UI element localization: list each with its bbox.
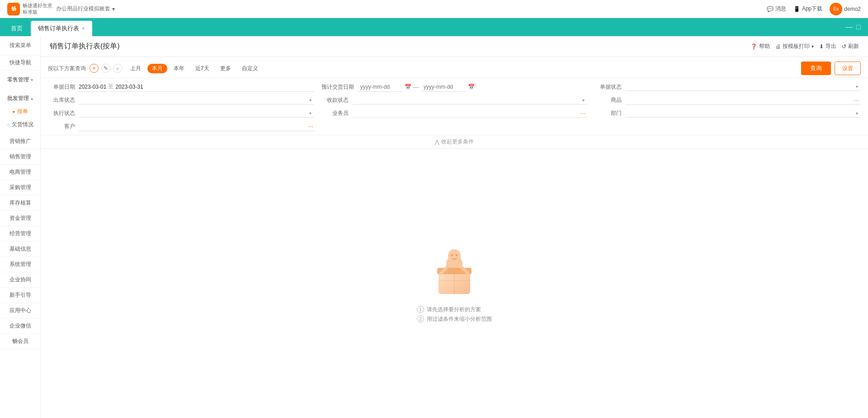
bill-date-start: 2023-03-01 xyxy=(79,84,106,90)
query-button[interactable]: 查询 xyxy=(801,62,831,75)
collapse-label: 收起更多条件 xyxy=(441,138,474,146)
breadcrumb-arrow-icon[interactable]: ▾ xyxy=(112,6,115,12)
sidebar-item-wechat[interactable]: 企业微信 xyxy=(0,318,40,334)
tab-window-actions: — □ xyxy=(845,18,864,36)
salesperson-input-area: ··· xyxy=(352,109,588,118)
calendar-end-icon[interactable]: 📅 xyxy=(468,84,475,90)
scheme-this-year[interactable]: 本年 xyxy=(169,64,189,73)
exec-status-select[interactable]: ▾ xyxy=(79,109,314,118)
sidebar-item-finance[interactable]: 资金管理 xyxy=(0,211,40,226)
sidebar-retail-label: 零售管理 xyxy=(7,76,29,84)
bill-status-label: 单据状态 xyxy=(594,83,622,91)
main-layout: 搜索菜单 快捷导航 零售管理 ▾ 批发管理 ▴ ● 按单 ○ 欠货情况 营销推广… xyxy=(0,36,868,418)
sidebar-item-marketing[interactable]: 营销推广 xyxy=(0,134,40,149)
empty-step-1: 1 请先选择要分析的方案 xyxy=(417,306,492,314)
svg-point-2 xyxy=(451,254,453,256)
out-status-dropdown-icon: ▾ xyxy=(309,98,311,103)
logo: 畅 畅捷通好生意 标准版 xyxy=(7,3,52,15)
scheme-query-label: 按以下方案查询 xyxy=(48,65,86,72)
maximize-button[interactable]: □ xyxy=(856,23,861,31)
goods-multi-select-icon[interactable]: ··· xyxy=(854,96,859,104)
scheme-label: 按单 xyxy=(17,108,28,115)
filter-dept: 部门 ▾ xyxy=(594,109,861,118)
print-dropdown-icon: ▾ xyxy=(811,44,814,49)
out-status-label: 出库状态 xyxy=(48,96,75,104)
tab-close-icon[interactable]: × xyxy=(82,25,85,32)
help-button[interactable]: ❓ 帮助 xyxy=(750,43,770,50)
bill-date-label: 单据日期 xyxy=(48,83,75,91)
sidebar-item-purchase[interactable]: 采购管理 xyxy=(0,180,40,195)
collapse-scheme-button[interactable]: « xyxy=(113,64,122,73)
refresh-button[interactable]: ↺ 刷新 xyxy=(842,43,859,50)
date-range-separator: — xyxy=(413,84,419,90)
sidebar-item-member[interactable]: 畅会员 xyxy=(0,334,40,349)
filter-bill-date: 单据日期 2023-03-01 至 2023-03-31 xyxy=(48,82,314,92)
calendar-start-icon[interactable]: 📅 xyxy=(405,84,411,90)
minimize-button[interactable]: — xyxy=(845,23,853,31)
empty-svg-icon xyxy=(427,244,481,299)
sidebar-item-inventory[interactable]: 库存核算 xyxy=(0,195,40,211)
sidebar-item-ecommerce[interactable]: 电商管理 xyxy=(0,165,40,180)
salesperson-multi-select-icon[interactable]: ··· xyxy=(580,109,586,117)
export-button[interactable]: ⬇ 导出 xyxy=(819,43,836,50)
sidebar-item-business[interactable]: 经营管理 xyxy=(0,226,40,242)
scheme-action-buttons: + ✎ « xyxy=(90,64,122,73)
refresh-label: 刷新 xyxy=(848,43,859,50)
customer-input-area: ··· xyxy=(79,122,315,131)
empty-steps: 1 请先选择要分析的方案 2 用过滤条件来缩小分析范围 xyxy=(417,306,492,323)
filter-customer: 客户 ··· xyxy=(48,122,315,131)
expected-date-end-input[interactable] xyxy=(421,82,466,92)
receipt-status-select[interactable]: ▾ xyxy=(352,96,588,104)
empty-illustration xyxy=(427,244,481,299)
query-action-buttons: 查询 设置 xyxy=(801,62,861,75)
refresh-icon: ↺ xyxy=(842,43,846,50)
empty-state: 1 请先选择要分析的方案 2 用过滤条件来缩小分析范围 xyxy=(41,149,868,418)
sidebar-retail-toggle[interactable]: 零售管理 ▾ xyxy=(0,73,40,86)
bill-status-select[interactable]: ▾ xyxy=(625,83,861,91)
breadcrumb: 办公用品行业模拟账套 ▾ xyxy=(56,5,115,13)
app-download-button[interactable]: 📱 App下载 xyxy=(793,5,822,13)
sidebar-section-retail: 零售管理 ▾ xyxy=(0,71,40,89)
sidebar-wholesale-label: 批发管理 xyxy=(7,95,29,102)
sidebar-item-quicknav[interactable]: 快捷导航 xyxy=(0,55,40,71)
scheme-last-7-days[interactable]: 近7天 xyxy=(191,64,214,73)
topbar-left: 畅 畅捷通好生意 标准版 办公用品行业模拟账套 ▾ xyxy=(7,3,115,15)
filter-row-3: 执行状态 ▾ 业务员 ··· 部门 xyxy=(48,109,861,118)
customer-multi-select-icon[interactable]: ··· xyxy=(308,123,314,130)
sidebar-item-sales[interactable]: 销售管理 xyxy=(0,149,40,165)
add-scheme-button[interactable]: + xyxy=(90,64,99,73)
logo-icon: 畅 xyxy=(7,3,20,15)
scheme-last-month[interactable]: 上月 xyxy=(126,64,146,73)
messages-button[interactable]: 💬 消息 xyxy=(767,5,786,13)
sidebar-item-scheme[interactable]: ● 按单 xyxy=(0,105,40,118)
sidebar-item-debt[interactable]: ○ 欠货情况 xyxy=(0,118,40,131)
sidebar-item-apps[interactable]: 应用中心 xyxy=(0,303,40,318)
print-icon: 🖨 xyxy=(775,43,781,50)
sidebar: 搜索菜单 快捷导航 零售管理 ▾ 批发管理 ▴ ● 按单 ○ 欠货情况 营销推广… xyxy=(0,36,41,418)
sidebar-item-basic[interactable]: 基础信息 xyxy=(0,242,40,257)
settings-button[interactable]: 设置 xyxy=(835,62,861,75)
filter-row-4: 客户 ··· xyxy=(48,122,861,131)
out-status-select[interactable]: ▾ xyxy=(79,96,314,104)
sidebar-item-enterprise[interactable]: 企业协同 xyxy=(0,272,40,288)
collapse-icon: ⋀ xyxy=(435,139,439,145)
tab-sales-order[interactable]: 销售订单执行表 × xyxy=(31,21,92,36)
sidebar-item-newbie[interactable]: 新手引导 xyxy=(0,288,40,303)
tab-home[interactable]: 首页 xyxy=(4,21,30,36)
search-menu-button[interactable]: 搜索菜单 xyxy=(4,40,37,51)
expected-date-start-input[interactable] xyxy=(358,82,403,92)
app-download-label: App下载 xyxy=(802,5,822,13)
scheme-more[interactable]: 更多 xyxy=(216,64,236,73)
sidebar-wholesale-toggle[interactable]: 批发管理 ▴ xyxy=(0,92,40,105)
sidebar-item-system[interactable]: 系统管理 xyxy=(0,257,40,272)
filter-out-status: 出库状态 ▾ xyxy=(48,96,314,104)
dept-select[interactable]: ▾ xyxy=(625,109,861,118)
filter-row-1: 单据日期 2023-03-01 至 2023-03-31 预计交货日期 📅 — xyxy=(48,82,861,92)
scheme-this-month[interactable]: 本月 xyxy=(147,64,167,73)
print-button[interactable]: 🖨 按模板打印 ▾ xyxy=(775,43,814,50)
edit-scheme-button[interactable]: ✎ xyxy=(101,64,110,73)
user-profile[interactable]: Ea demo2 xyxy=(830,3,861,15)
scheme-custom[interactable]: 自定义 xyxy=(237,64,263,73)
dept-label: 部门 xyxy=(594,109,622,117)
collapse-filter-bar[interactable]: ⋀ 收起更多条件 xyxy=(41,135,868,148)
